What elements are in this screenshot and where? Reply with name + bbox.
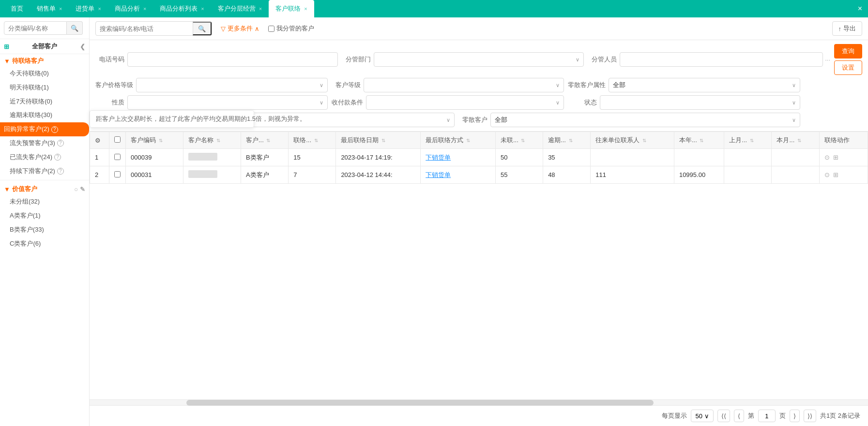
sidebar-search-button[interactable]: 🔍 <box>67 21 83 35</box>
sort-icon[interactable]: ⇅ <box>797 138 801 143</box>
sidebar-item-today[interactable]: 今天待联络(0) <box>0 67 89 81</box>
row1-last-month <box>724 149 772 166</box>
row2-checkbox[interactable] <box>109 166 126 184</box>
more-icon[interactable]: ··· <box>825 56 830 63</box>
row1-action: ⊙ ⊞ <box>819 149 868 166</box>
sort-icon[interactable]: ⇅ <box>314 138 318 143</box>
edit-group-icon[interactable]: ✎ <box>80 186 85 193</box>
row2-link-icon[interactable]: ⊙ <box>824 171 830 178</box>
filter-row-3: 性质 ∨ 收付款条件 ∨ 状态 <box>95 95 862 110</box>
settings-col-header[interactable]: ⚙ <box>90 132 109 149</box>
nav-product-analysis-list[interactable]: 商品分析列表 × <box>153 0 211 17</box>
first-page-button[interactable]: ⟨⟨ <box>717 410 730 422</box>
row2-select-checkbox[interactable] <box>114 171 121 177</box>
page-size-select[interactable]: 50 ∨ <box>691 410 713 422</box>
nav-customer-tier[interactable]: 客户分层经营 × <box>211 0 269 17</box>
page-number-input[interactable] <box>758 410 776 422</box>
sidebar-waiting-contact-group[interactable]: ▼ 待联络客户 <box>0 54 89 67</box>
sort-icon[interactable]: ⇅ <box>159 138 163 143</box>
settings-icon: ⚙ <box>95 137 101 144</box>
select-all-checkbox[interactable] <box>114 136 121 143</box>
close-sales-tab[interactable]: × <box>59 0 62 17</box>
sort-icon[interactable]: ⇅ <box>381 138 385 143</box>
sidebar-item-lost[interactable]: 已流失客户(24) ? <box>0 150 89 164</box>
sort-icon[interactable]: ⇅ <box>700 138 703 143</box>
last-page-button[interactable]: ⟩⟩ <box>804 410 816 422</box>
payment-select[interactable]: ∨ <box>366 95 564 110</box>
dept-select[interactable]: ∨ <box>374 52 584 67</box>
price-grade-select[interactable]: ∨ <box>136 78 328 92</box>
info-icon-declining: ? <box>57 168 64 175</box>
sidebar-collapse-btn[interactable]: ❮ <box>80 43 85 50</box>
settings-button[interactable]: 设置 <box>834 60 862 75</box>
sort-icon[interactable]: ⇅ <box>521 138 525 143</box>
next-page-button[interactable]: ⟩ <box>790 410 800 422</box>
close-product-analysis-list-tab[interactable]: × <box>201 0 204 17</box>
prev-page-button[interactable]: ⟨ <box>734 410 744 422</box>
row2-last-contact-method[interactable]: 下销货单 <box>421 166 496 184</box>
name-col-header: 客户名称 ⇅ <box>183 132 241 149</box>
row1-link-icon[interactable]: ⊙ <box>824 154 830 161</box>
retail-customer-select[interactable]: 全部 ∨ <box>490 113 800 127</box>
nav-product-analysis[interactable]: 商品分析 × <box>108 0 153 17</box>
search-input[interactable] <box>96 25 193 32</box>
manager-label: 分管人员 <box>588 55 617 64</box>
sort-icon[interactable]: ⇅ <box>266 138 270 143</box>
status-select[interactable]: ∨ <box>600 95 800 110</box>
sidebar-item-7days[interactable]: 近7天待联络(0) <box>0 95 89 109</box>
sort-icon[interactable]: ⇅ <box>216 138 220 143</box>
search-button[interactable]: 🔍 <box>193 22 212 35</box>
sort-icon[interactable]: ⇅ <box>466 138 470 143</box>
add-group-icon[interactable]: ○ <box>74 186 78 193</box>
sidebar-all-customers[interactable]: ⊞ 全部客户 ❮ <box>0 39 89 54</box>
nav-sales[interactable]: 销售单 × <box>30 0 69 17</box>
sort-icon[interactable]: ⇅ <box>569 138 573 143</box>
nav-customer-contact[interactable]: 客户联络 × <box>269 0 314 17</box>
nav-home[interactable]: 首页 <box>4 0 30 17</box>
export-icon: ↑ <box>838 25 842 32</box>
sort-icon[interactable]: ⇅ <box>642 138 646 143</box>
close-purchase-tab[interactable]: × <box>98 0 101 17</box>
manager-input[interactable] <box>620 52 823 67</box>
more-filter-button[interactable]: ▽ 更多条件 ∧ <box>217 24 263 33</box>
my-customers-checkbox[interactable] <box>268 26 274 32</box>
sidebar-item-b-class[interactable]: B类客户(33) <box>0 223 89 237</box>
retail-attr-select[interactable]: 全部 ∨ <box>609 78 800 92</box>
sidebar-value-group[interactable]: ▼ 价值客户 ○ ✎ <box>0 182 89 195</box>
customer-grade-select[interactable]: ∨ <box>364 78 564 92</box>
info-icon: ? <box>51 126 58 133</box>
checkbox-col-header[interactable] <box>109 132 126 149</box>
row1-select-checkbox[interactable] <box>114 154 121 160</box>
row1-more-icon[interactable]: ⊞ <box>833 154 838 161</box>
sidebar-item-repurchase-abnormal[interactable]: 回购异常客户(2) ? <box>0 122 89 136</box>
phone-input[interactable] <box>127 52 338 67</box>
nav-purchase[interactable]: 进货单 × <box>69 0 107 17</box>
export-button[interactable]: ↑ 导出 <box>832 21 863 36</box>
sidebar-item-unclassified[interactable]: 未分组(32) <box>0 195 89 209</box>
table-area: ⚙ 客户编码 ⇅ 客户名称 ⇅ <box>90 132 868 399</box>
horizontal-scrollbar[interactable] <box>186 400 654 406</box>
sidebar-item-tomorrow[interactable]: 明天待联络(1) <box>0 81 89 95</box>
sidebar-item-overdue[interactable]: 逾期未联络(30) <box>0 108 89 122</box>
sidebar-item-a-class[interactable]: A类客户(1) <box>0 209 89 223</box>
row1-last-contact-method[interactable]: 下销货单 <box>421 149 496 166</box>
close-customer-contact-tab[interactable]: × <box>304 0 307 17</box>
row2-index: 2 <box>90 166 109 184</box>
sidebar-search-input[interactable] <box>4 21 67 35</box>
close-product-analysis-tab[interactable]: × <box>143 0 146 17</box>
chevron-down-icon: ∨ <box>704 412 709 420</box>
close-window-btn[interactable]: × <box>858 4 862 13</box>
row1-this-month <box>772 149 819 166</box>
row1-checkbox[interactable] <box>109 149 126 166</box>
my-customers-checkbox-label[interactable]: 我分管的客户 <box>268 24 314 33</box>
row2-more-icon[interactable]: ⊞ <box>833 171 838 178</box>
sidebar-item-loss-warning[interactable]: 流失预警客户(3) ? <box>0 136 89 150</box>
close-customer-tier-tab[interactable]: × <box>259 0 262 17</box>
query-button[interactable]: 查询 <box>834 44 862 59</box>
sidebar-item-c-class[interactable]: C类客户(6) <box>0 237 89 251</box>
sidebar-item-declining[interactable]: 持续下滑客户(2) ? <box>0 164 89 178</box>
sort-icon[interactable]: ⇅ <box>750 138 754 143</box>
filter-phone: 电话号码 <box>95 52 338 67</box>
triangle-icon-value: ▼ <box>4 186 10 193</box>
nature-select[interactable]: ∨ <box>127 95 328 110</box>
